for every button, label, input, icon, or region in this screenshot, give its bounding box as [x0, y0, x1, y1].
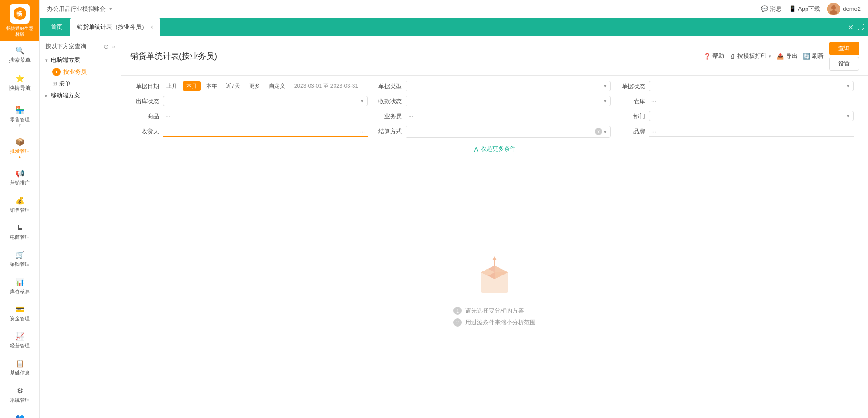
- tab-home[interactable]: 首页: [43, 18, 70, 36]
- sidebar-item-finance[interactable]: 💳 资金管理: [0, 299, 39, 327]
- finance-icon: 💳: [15, 304, 25, 314]
- query-button[interactable]: 查询: [829, 42, 859, 55]
- warehouse-input[interactable]: ···: [649, 96, 854, 106]
- tree-item-by-order[interactable]: ⊞ 按单: [40, 78, 121, 90]
- sidebar-item-purchase[interactable]: 🛒 采购管理: [0, 245, 39, 272]
- collapse-panel-btn[interactable]: «: [112, 43, 115, 50]
- help-btn[interactable]: ❓ 帮助: [703, 52, 724, 60]
- refresh-icon: 🔄: [803, 53, 810, 60]
- department-label: 部门: [616, 112, 649, 120]
- filter-row-3: 商品 ··· 业务员 ··· 部门 ▾: [130, 111, 859, 121]
- retail-arrow-icon: ▼: [18, 123, 22, 128]
- main-area: 办公用品行业模拟账套 ▾ 💬 消息 📱 App下载 demo2 首页 销货单统计…: [40, 0, 868, 418]
- marketing-icon: 📢: [15, 168, 25, 178]
- sidebar-logo: 畅 畅捷通好生意 标版: [0, 0, 39, 41]
- topbar-dropdown-arrow[interactable]: ▾: [109, 6, 112, 12]
- app-download-btn[interactable]: 📱 App下载: [789, 5, 820, 13]
- message-btn[interactable]: 💬 消息: [761, 5, 782, 13]
- date-tab-7days[interactable]: 近7天: [222, 81, 244, 91]
- brand-input[interactable]: ···: [649, 127, 854, 137]
- stock-status-arrow: ▾: [361, 98, 363, 104]
- sidebar-item-system[interactable]: ⚙ 系统管理: [0, 381, 39, 408]
- date-tab-this-month[interactable]: 本月: [183, 81, 201, 91]
- goods-input[interactable]: ···: [163, 111, 368, 121]
- tab-current[interactable]: 销货单统计表（按业务员） ×: [70, 18, 160, 36]
- tree-group-mobile[interactable]: ▸ 移动端方案: [40, 90, 121, 101]
- sidebar-item-quicknav[interactable]: ⭐ 快捷导航: [0, 69, 39, 97]
- logo-text: 畅捷通好生意 标版: [6, 25, 33, 37]
- sidebar-item-basics[interactable]: 📋 基础信息: [0, 354, 39, 381]
- ecommerce-icon: 🖥: [15, 223, 25, 233]
- top-bar-left: 办公用品行业模拟账套 ▾: [47, 5, 112, 13]
- sidebar-item-retail[interactable]: 🏪 零售管理 ▼: [0, 100, 39, 132]
- collapse-btn[interactable]: ⋀ 收起更多条件: [130, 143, 859, 155]
- print-btn[interactable]: 🖨 按模板打印 ▾: [730, 52, 771, 60]
- tree-item-by-salesperson[interactable]: ● 按业务员: [40, 66, 121, 78]
- date-tab-more[interactable]: 更多: [245, 81, 264, 91]
- sidebar-item-enterprise[interactable]: 👥 企业协同: [0, 408, 39, 418]
- date-tab-custom[interactable]: 自定义: [265, 81, 289, 91]
- action-buttons: 查询 设置: [829, 42, 859, 71]
- sidebar-item-operations[interactable]: 📈 经营管理: [0, 327, 39, 354]
- sidebar-item-marketing[interactable]: 📢 营销推广: [0, 164, 39, 191]
- tree-item-label2: 按单: [59, 80, 71, 88]
- wholesale-icon: 📦: [15, 137, 25, 147]
- tree-group-label: 电脑端方案: [51, 56, 80, 64]
- receiver-label: 收货人: [130, 128, 163, 136]
- export-icon: 📤: [777, 53, 784, 60]
- tip-num-1: 1: [453, 307, 462, 315]
- date-tab-this-year[interactable]: 本年: [203, 81, 221, 91]
- settings-button[interactable]: 设置: [829, 57, 859, 71]
- tab-maximize-btn[interactable]: ⛶: [857, 23, 864, 31]
- sidebar-item-sales[interactable]: 💰 销售管理: [0, 191, 39, 218]
- sidebar-item-inventory[interactable]: 📊 库存核算: [0, 272, 39, 299]
- department-select[interactable]: ▾: [649, 111, 854, 121]
- goods-placeholder: ···: [165, 113, 365, 119]
- right-panel: 销货单统计表(按业务员) ❓ 帮助 🖨 按模板打印 ▾ 📤 导出: [121, 36, 868, 418]
- doc-type-select[interactable]: ▾: [406, 81, 610, 91]
- empty-tip-1: 1 请先选择要分析的方案: [453, 307, 536, 315]
- help-icon: ❓: [703, 53, 711, 60]
- export-btn[interactable]: 📤 导出: [777, 52, 797, 60]
- sidebar-item-search[interactable]: 🔍 搜索菜单: [0, 41, 39, 69]
- tab-close-btn[interactable]: ×: [150, 24, 153, 30]
- date-tab-last-month[interactable]: 上月: [163, 81, 181, 91]
- refresh-btn[interactable]: 🔄 刷新: [803, 52, 824, 60]
- add-scheme-btn[interactable]: +: [97, 43, 101, 50]
- date-range-value: 2023-03-01 至 2023-03-31: [294, 82, 358, 90]
- tree-group-desktop[interactable]: ▾ 电脑端方案: [40, 54, 121, 66]
- user-avatar-btn[interactable]: demo2: [827, 3, 861, 15]
- tab-close-window-btn[interactable]: ✕: [848, 23, 854, 32]
- left-panel-icons: + ⊙ «: [97, 43, 115, 50]
- top-bar: 办公用品行业模拟账套 ▾ 💬 消息 📱 App下载 demo2: [40, 0, 868, 18]
- payment-method-clear-btn[interactable]: ✕: [595, 128, 602, 135]
- stock-status-select[interactable]: ▾: [163, 96, 368, 106]
- search-icon: 🔍: [15, 45, 25, 55]
- doc-status-label: 单据状态: [616, 82, 649, 90]
- tree-item-icon: ⊞: [52, 81, 57, 87]
- receiver-input[interactable]: ···: [163, 127, 368, 137]
- sidebar-item-ecommerce[interactable]: 🖥 电商管理: [0, 218, 39, 245]
- payment-method-label: 结算方式: [373, 128, 406, 136]
- receiver-field[interactable]: [165, 128, 360, 135]
- sidebar: 畅 畅捷通好生意 标版 🔍 搜索菜单 ⭐ 快捷导航 🏪 零售管理 ▼ 📦 批发管…: [0, 0, 40, 418]
- tree-expand-icon: ▾: [45, 57, 48, 63]
- star-icon: ⭐: [15, 73, 25, 83]
- pay-status-select[interactable]: ▾: [406, 96, 610, 106]
- page-header: 销货单统计表(按业务员) ❓ 帮助 🖨 按模板打印 ▾ 📤 导出: [121, 36, 868, 76]
- edit-scheme-btn[interactable]: ⊙: [104, 43, 109, 50]
- download-icon: 📱: [789, 5, 796, 12]
- empty-state: 1 请先选择要分析的方案 2 用过滤条件来缩小分析范围: [453, 254, 536, 327]
- left-panel: 按以下方案查询 + ⊙ « ▾ 电脑端方案 ● 按业务员 ⊞ 按单: [40, 36, 121, 418]
- doc-status-select[interactable]: ▾: [649, 81, 854, 91]
- left-panel-header: 按以下方案查询 + ⊙ «: [40, 41, 121, 54]
- payment-method-select[interactable]: ✕ ▾: [406, 126, 610, 138]
- brand-placeholder: ···: [651, 128, 851, 135]
- retail-icon: 🏪: [15, 105, 25, 115]
- sidebar-item-wholesale[interactable]: 📦 批发管理 ▲: [0, 132, 39, 164]
- brand-label: 品牌: [616, 128, 649, 136]
- filter-row-2: 出库状态 ▾ 收款状态 ▾ 仓库 ···: [130, 96, 859, 106]
- tree-item-label: 按业务员: [63, 68, 87, 76]
- doc-status-arrow: ▾: [847, 83, 849, 89]
- salesperson-input[interactable]: ···: [406, 111, 610, 121]
